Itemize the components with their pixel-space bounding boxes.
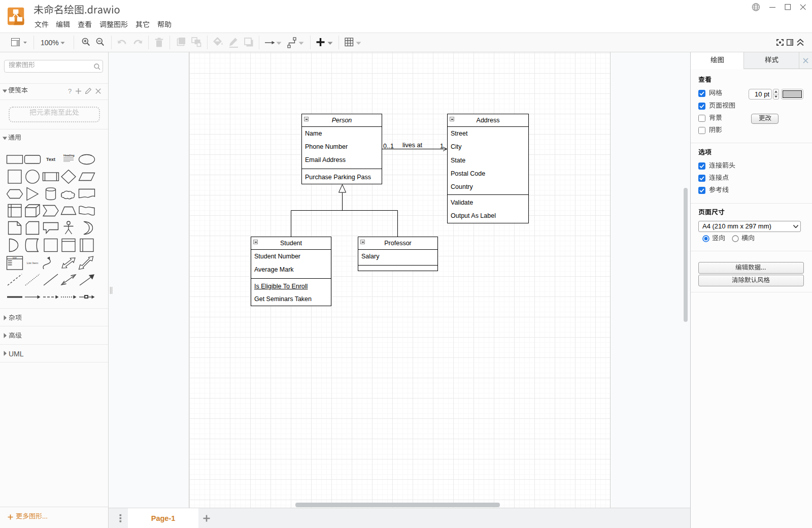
svg-text:0..1: 0..1 (383, 143, 394, 150)
svg-text:Heading: Heading (63, 153, 75, 156)
svg-text:List: List (13, 256, 17, 259)
svg-text:lives at: lives at (402, 142, 422, 149)
svg-text:1: 1 (440, 143, 444, 150)
svg-text:List Item: List Item (27, 261, 39, 265)
svg-text:Text: Text (46, 157, 55, 162)
